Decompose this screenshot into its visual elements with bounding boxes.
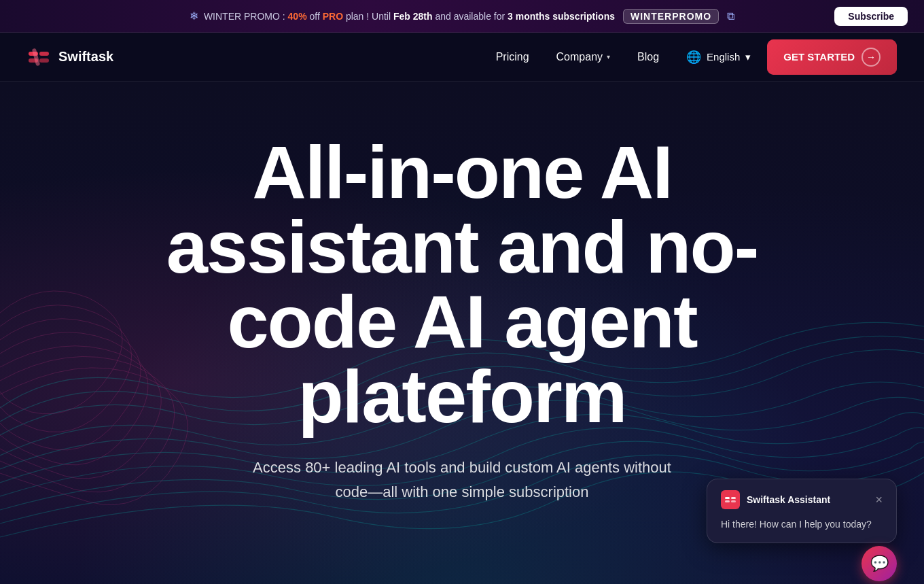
hero-title-line1: All-in-one AI xyxy=(252,130,672,213)
logo-icon xyxy=(27,45,52,69)
arrow-circle-icon: → xyxy=(861,48,881,67)
navbar: Swiftask Pricing Company ▾ Blog 🌐 Englis… xyxy=(0,33,924,82)
lang-chevron-icon: ▾ xyxy=(745,51,751,63)
chat-header: Swiftask Assistant × xyxy=(721,490,883,509)
globe-icon: 🌐 xyxy=(686,50,701,65)
copy-icon[interactable]: ⧉ xyxy=(727,10,734,22)
logo[interactable]: Swiftask xyxy=(27,45,113,69)
promo-months: 3 months subscriptions xyxy=(508,11,615,22)
promo-plan-suffix: plan ! Until xyxy=(346,11,391,22)
promo-percent: 40% xyxy=(288,11,307,22)
snowflake-icon: ❄ xyxy=(190,10,198,22)
nav-right: 🌐 English ▾ GET STARTED → xyxy=(686,39,897,75)
announcement-bar: ❄ WINTER PROMO : 40% off PRO plan ! Unti… xyxy=(0,0,924,33)
hero-title-line2: assistant and no- xyxy=(166,205,758,288)
hero-subtitle: Access 80+ leading AI tools and build cu… xyxy=(238,456,686,503)
svg-rect-4 xyxy=(32,48,41,66)
chat-close-button[interactable]: × xyxy=(875,493,883,507)
language-selector[interactable]: 🌐 English ▾ xyxy=(686,50,751,65)
hero-title: All-in-one AI assistant and no- code AI … xyxy=(27,135,897,434)
chat-header-left: Swiftask Assistant xyxy=(721,490,830,509)
logo-text: Swiftask xyxy=(58,49,113,65)
svg-rect-2 xyxy=(39,52,49,56)
hero-title-line3: code AI agent xyxy=(227,279,696,363)
nav-pricing[interactable]: Pricing xyxy=(496,51,529,63)
nav-company[interactable]: Company ▾ xyxy=(556,51,610,63)
promo-plan: PRO xyxy=(323,11,343,22)
nav-blog[interactable]: Blog xyxy=(637,51,659,63)
svg-rect-7 xyxy=(731,497,736,499)
nav-links: Pricing Company ▾ Blog xyxy=(496,51,659,63)
chat-toggle-icon: 💬 xyxy=(870,555,889,572)
get-started-label: GET STARTED xyxy=(783,51,855,63)
promo-and: and available for xyxy=(435,11,505,22)
subscribe-button[interactable]: Subscribe xyxy=(834,7,908,26)
chat-message-text: Hi there! How can I help you today? xyxy=(721,517,883,532)
chat-assistant-name: Swiftask Assistant xyxy=(747,494,830,505)
svg-rect-3 xyxy=(39,58,49,63)
hero-title-line4: plateform xyxy=(298,354,626,438)
chat-bubble: Swiftask Assistant × Hi there! How can I… xyxy=(707,479,897,543)
chevron-down-icon: ▾ xyxy=(607,53,610,61)
chat-logo-icon xyxy=(721,490,740,509)
svg-rect-6 xyxy=(725,500,730,502)
promo-code[interactable]: WINTERPROMO xyxy=(623,9,719,24)
chat-toggle-button[interactable]: 💬 xyxy=(861,546,897,581)
language-label: English xyxy=(707,51,740,63)
get-started-button[interactable]: GET STARTED → xyxy=(767,39,897,75)
promo-prefix: WINTER PROMO : xyxy=(204,11,285,22)
hero-content: All-in-one AI assistant and no- code AI … xyxy=(27,135,897,503)
svg-rect-8 xyxy=(731,500,736,502)
promo-off: off xyxy=(309,11,319,22)
announcement-text: WINTER PROMO : 40% off PRO plan ! Until … xyxy=(204,11,615,22)
chat-widget: Swiftask Assistant × Hi there! How can I… xyxy=(707,479,897,543)
svg-rect-5 xyxy=(725,497,730,499)
promo-date: Feb 28th xyxy=(393,11,433,22)
